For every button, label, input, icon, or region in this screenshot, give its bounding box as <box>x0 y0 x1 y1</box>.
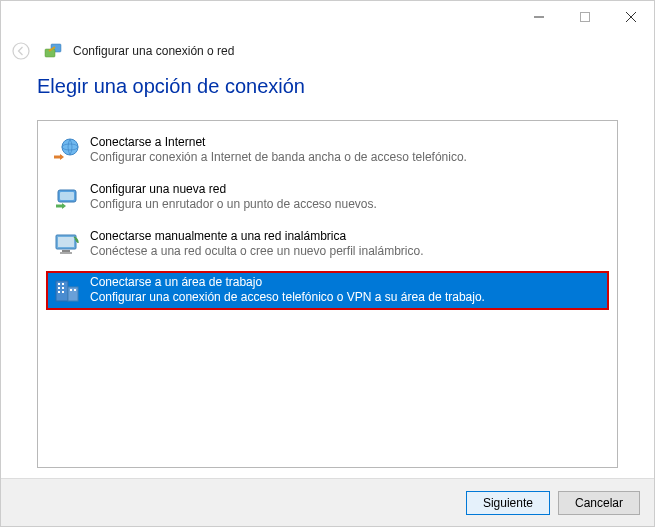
options-list: Conectarse a Internet Configurar conexió… <box>37 120 618 468</box>
header-row: Configurar una conexión o red <box>1 33 654 69</box>
router-icon <box>52 184 82 212</box>
option-workplace[interactable]: Conectarse a un área de trabajo Configur… <box>46 271 609 310</box>
option-text: Conectarse a un área de trabajo Configur… <box>90 275 485 306</box>
globe-network-icon <box>52 137 82 165</box>
wizard-window: Configurar una conexión o red Elegir una… <box>0 0 655 527</box>
svg-rect-13 <box>62 250 70 252</box>
building-network-icon <box>52 277 82 305</box>
svg-rect-22 <box>68 287 78 301</box>
back-button <box>9 39 33 63</box>
svg-rect-18 <box>58 287 60 289</box>
svg-rect-10 <box>60 192 74 200</box>
breadcrumb: Configurar una conexión o red <box>73 44 234 58</box>
titlebar <box>1 1 654 33</box>
option-desc: Configurar una conexión de acceso telefó… <box>90 289 485 306</box>
option-text: Configurar una nueva red Configura un en… <box>90 182 377 213</box>
footer: Siguiente Cancelar <box>1 478 654 526</box>
minimize-button[interactable] <box>516 1 562 33</box>
svg-rect-21 <box>62 291 64 293</box>
content-area: Elegir una opción de conexión Conectarse… <box>1 69 654 478</box>
option-title: Conectarse a Internet <box>90 135 467 149</box>
svg-rect-12 <box>58 237 74 247</box>
cancel-button[interactable]: Cancelar <box>558 491 640 515</box>
svg-rect-19 <box>62 287 64 289</box>
option-title: Conectarse manualmente a una red inalámb… <box>90 229 424 243</box>
svg-rect-20 <box>58 291 60 293</box>
option-title: Configurar una nueva red <box>90 182 377 196</box>
svg-point-4 <box>13 43 29 59</box>
svg-rect-24 <box>74 289 76 291</box>
next-button[interactable]: Siguiente <box>466 491 550 515</box>
option-title: Conectarse a un área de trabajo <box>90 275 485 289</box>
option-text: Conectarse manualmente a una red inalámb… <box>90 229 424 260</box>
option-connect-internet[interactable]: Conectarse a Internet Configurar conexió… <box>46 131 609 170</box>
maximize-button <box>562 1 608 33</box>
option-desc: Conéctese a una red oculta o cree un nue… <box>90 243 424 260</box>
option-desc: Configura un enrutador o un punto de acc… <box>90 196 377 213</box>
option-new-network[interactable]: Configurar una nueva red Configura un en… <box>46 178 609 217</box>
close-button[interactable] <box>608 1 654 33</box>
page-title: Elegir una opción de conexión <box>37 75 618 98</box>
svg-rect-1 <box>581 13 590 22</box>
svg-rect-17 <box>62 283 64 285</box>
network-wizard-icon <box>43 42 63 60</box>
option-wireless-manual[interactable]: Conectarse manualmente a una red inalámb… <box>46 225 609 264</box>
svg-point-7 <box>62 139 78 155</box>
monitor-wifi-icon <box>52 231 82 259</box>
option-text: Conectarse a Internet Configurar conexió… <box>90 135 467 166</box>
svg-rect-14 <box>60 252 72 254</box>
svg-rect-16 <box>58 283 60 285</box>
option-desc: Configurar conexión a Internet de banda … <box>90 149 467 166</box>
svg-rect-23 <box>70 289 72 291</box>
